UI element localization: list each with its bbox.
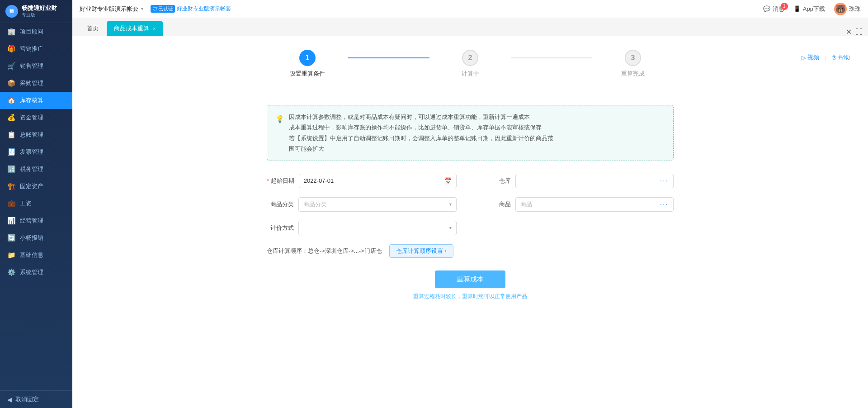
sidebar-logo: 畅: [5, 5, 18, 18]
steps-wrapper: 1 设置重算条件 2 计算中 3 重算完成: [267, 50, 674, 78]
step-3-label: 重算完成: [621, 70, 645, 78]
tab-cost-recalc[interactable]: 商品成本重算 ×: [107, 21, 163, 36]
message-button[interactable]: 💬 消息 1: [763, 5, 784, 13]
account-selector[interactable]: 好业财专业版演示帐套 ▾: [80, 5, 143, 13]
goods-more-icon[interactable]: ···: [660, 200, 669, 209]
sidebar-item-finance[interactable]: 💰 资金管理: [0, 109, 72, 126]
pricing-field: 计价方式 ▾: [267, 221, 457, 235]
form-row-1: 起始日期 2022-07-01 📅 仓库 ···: [267, 174, 674, 188]
inventory-icon: 🏠: [7, 96, 15, 104]
basic-icon: 📁: [7, 251, 15, 259]
warehouse-order-btn-label: 仓库计算顺序设置 ›: [396, 247, 447, 255]
sidebar-menu: 🏢 项目顾问 🎁 营销推广 🛒 销售管理 📦 采购管理 🏠 库存核算 💰 资金管…: [0, 23, 72, 390]
sidebar-item-label: 营销推广: [20, 45, 43, 53]
close-panel-icon[interactable]: ✕: [846, 28, 852, 36]
tab-home[interactable]: 首页: [80, 21, 106, 36]
sidebar-item-operation[interactable]: 📊 经营管理: [0, 212, 72, 229]
sidebar-item-tax[interactable]: 🔢 税务管理: [0, 161, 72, 178]
tax-icon: 🔢: [7, 165, 15, 173]
sidebar-item-project[interactable]: 🏢 项目顾问: [0, 23, 72, 40]
help-link[interactable]: ⑦ 帮助: [831, 53, 850, 62]
sidebar-header: 畅 畅捷通好业财 专业版: [0, 0, 72, 23]
sidebar-item-label: 发票管理: [20, 148, 43, 156]
sidebar-item-expense[interactable]: 🔄 小畅报销: [0, 229, 72, 247]
info-icon: 💡: [275, 113, 284, 154]
content-area: 1 设置重算条件 2 计算中 3 重算完成: [72, 36, 868, 408]
sidebar-item-label: 经营管理: [20, 217, 43, 225]
sidebar-pin-toggle[interactable]: ◀ 取消固定: [0, 390, 72, 408]
warehouse-label: 仓库: [484, 177, 511, 185]
sidebar-item-label: 库存核算: [20, 96, 43, 104]
sidebar-item-basic[interactable]: 📁 基础信息: [0, 247, 72, 264]
user-name: 珠珠: [849, 5, 861, 13]
sidebar-item-label: 固定资产: [20, 182, 43, 190]
step-3-circle: 3: [625, 50, 641, 66]
sidebar-item-label: 项目顾问: [20, 28, 43, 36]
account-full-name: 好业财专业版演示帐套: [177, 5, 231, 13]
submit-button[interactable]: 重算成本: [435, 270, 505, 288]
warehouse-order-label: 仓库计算顺序：总仓->深圳仓库->...->门店仓: [267, 247, 382, 255]
tab-close-icon[interactable]: ×: [153, 26, 156, 31]
pricing-chevron-icon: ▾: [449, 225, 452, 230]
salary-icon: 💼: [7, 199, 15, 208]
pin-icon: ◀: [7, 396, 12, 403]
sidebar-subtitle: 专业版: [22, 12, 57, 18]
warehouse-field: 仓库 ···: [484, 174, 674, 188]
message-icon: 💬: [763, 5, 770, 12]
sidebar-item-label: 小畅报销: [20, 234, 43, 242]
user-profile[interactable]: 🐻 珠珠: [834, 3, 861, 15]
sidebar-item-label: 基础信息: [20, 251, 43, 259]
goods-placeholder: 商品: [520, 200, 532, 209]
category-label: 商品分类: [267, 200, 294, 209]
marketing-icon: 🎁: [7, 45, 15, 53]
start-date-value: 2022-07-01: [304, 177, 334, 184]
sidebar-item-purchase[interactable]: 📦 采购管理: [0, 75, 72, 92]
sidebar-item-sales[interactable]: 🛒 销售管理: [0, 57, 72, 75]
category-chevron-icon: ▾: [449, 202, 452, 207]
warehouse-order-btn[interactable]: 仓库计算顺序设置 ›: [389, 244, 453, 258]
notification-badge: 1: [781, 3, 788, 10]
verified-shield-icon: 🛡 已认证: [151, 5, 175, 13]
finance-icon: 💰: [7, 114, 15, 122]
avatar: 🐻: [834, 3, 847, 15]
sales-icon: 🛒: [7, 62, 15, 70]
goods-input[interactable]: 商品 ···: [515, 197, 674, 212]
pricing-dropdown[interactable]: ▾: [298, 221, 457, 235]
warehouse-input[interactable]: ···: [515, 174, 674, 188]
submit-section: 重算成本 重算过程耗时较长，重算时您可以正常使用产品: [267, 270, 674, 300]
pin-label: 取消固定: [15, 395, 39, 403]
sidebar-item-label: 系统管理: [20, 268, 43, 276]
expand-panel-icon[interactable]: ⛶: [855, 28, 863, 36]
warehouse-more-icon[interactable]: ···: [660, 177, 669, 185]
step-3: 3 重算完成: [592, 50, 674, 78]
app-download-button[interactable]: 📱 App下载: [793, 5, 825, 13]
topbar: 好业财专业版演示帐套 ▾ 🛡 已认证 好业财专业版演示帐套 💬 消息 1 📱 A…: [72, 0, 868, 18]
sidebar-item-assets[interactable]: 🏗️ 固定资产: [0, 178, 72, 195]
sidebar-item-system[interactable]: ⚙️ 系统管理: [0, 264, 72, 281]
warehouse-order-row: 仓库计算顺序：总仓->深圳仓库->...->门店仓 仓库计算顺序设置 ›: [267, 244, 674, 258]
calendar-icon[interactable]: 📅: [444, 177, 452, 185]
category-dropdown[interactable]: 商品分类 ▾: [298, 197, 457, 212]
start-date-input[interactable]: 2022-07-01 📅: [299, 174, 457, 188]
sidebar-item-label: 总账管理: [20, 131, 43, 139]
sidebar-item-invoice[interactable]: 🧾 发票管理: [0, 143, 72, 161]
video-help-link[interactable]: ▷ 视频: [802, 53, 819, 62]
step-line-2-3: [511, 57, 592, 58]
sidebar-item-ledger[interactable]: 📋 总账管理: [0, 126, 72, 143]
help-icon: ⑦: [831, 54, 837, 61]
goods-label: 商品: [484, 200, 511, 209]
main-area: 好业财专业版演示帐套 ▾ 🛡 已认证 好业财专业版演示帐套 💬 消息 1 📱 A…: [72, 0, 868, 408]
sidebar-item-label: 销售管理: [20, 62, 43, 70]
category-placeholder: 商品分类: [303, 200, 327, 209]
assets-icon: 🏗️: [7, 182, 15, 190]
step-2: 2 计算中: [429, 50, 511, 78]
info-text: 因成本计算参数调整，或是对商品成本有疑问时，可以通过成本重算功能，重新计算一遍成…: [289, 112, 553, 154]
sidebar-item-label: 资金管理: [20, 114, 43, 122]
topbar-right: 💬 消息 1 📱 App下载 🐻 珠珠: [763, 3, 861, 15]
sidebar-item-marketing[interactable]: 🎁 营销推广: [0, 40, 72, 57]
sidebar-item-inventory[interactable]: 🏠 库存核算: [0, 92, 72, 109]
form-section: 起始日期 2022-07-01 📅 仓库 ··· 商品分: [267, 174, 674, 300]
system-icon: ⚙️: [7, 268, 15, 276]
sidebar-item-salary[interactable]: 💼 工资: [0, 195, 72, 212]
divider: |: [825, 54, 826, 61]
